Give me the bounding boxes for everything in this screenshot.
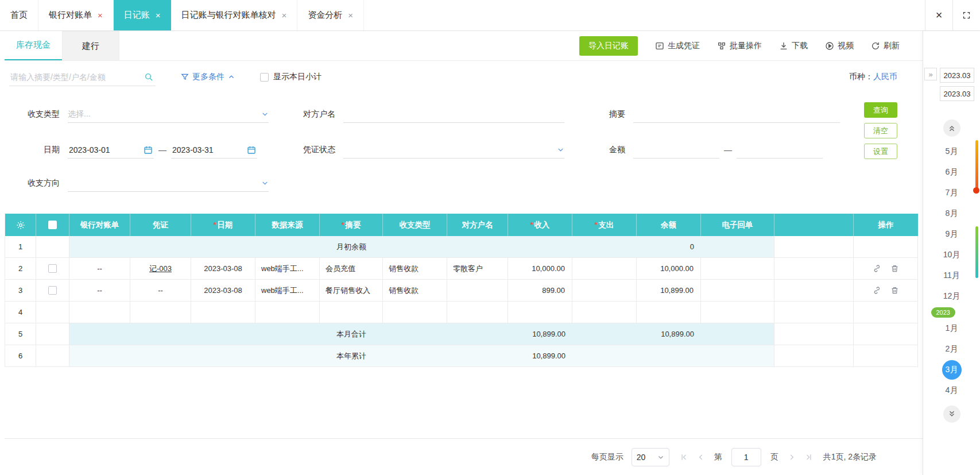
more-conditions-toggle[interactable]: 更多条件	[181, 72, 235, 82]
clear-button[interactable]: 清空	[864, 123, 897, 138]
scroll-months-up-button[interactable]	[943, 119, 960, 137]
col-action: 操作	[854, 214, 918, 236]
table-row: 5 本月合计 10,899.00 10,899.00	[5, 323, 918, 345]
query-button[interactable]: 查询	[864, 102, 897, 118]
close-icon[interactable]: ×	[98, 11, 103, 20]
chevron-down-icon	[657, 454, 664, 461]
scroll-months-down-button[interactable]	[943, 406, 960, 423]
direction-select[interactable]	[68, 175, 269, 192]
row-checkbox[interactable]	[48, 264, 57, 273]
video-button[interactable]: 视频	[825, 41, 854, 51]
first-page-button[interactable]	[680, 453, 688, 461]
date-from-picker[interactable]: 2023-03-01	[68, 141, 154, 159]
refresh-button[interactable]: 刷新	[871, 41, 900, 51]
journal-table: 银行对账单 凭证 *日期 数据来源 *摘要 收支类型 对方户名 *收入 *支出 …	[5, 214, 918, 367]
month-item-jan[interactable]: 1月	[939, 318, 964, 339]
close-icon[interactable]: ×	[156, 11, 161, 20]
month-item-mar-active[interactable]: 3月	[942, 360, 962, 380]
month-total-label: 本月合计	[320, 323, 383, 345]
amount-min-input[interactable]	[633, 141, 719, 159]
chevron-down-icon	[557, 146, 564, 153]
month-item-sep[interactable]: 9月	[939, 224, 964, 245]
tab-journal-bank-check[interactable]: 日记账与银行对账单核对 ×	[171, 0, 298, 30]
gear-icon	[16, 221, 25, 230]
month-item-aug[interactable]: 8月	[939, 203, 964, 224]
month-item-nov[interactable]: 11月	[939, 265, 964, 286]
link-icon[interactable]	[873, 264, 881, 273]
prev-page-button[interactable]	[697, 453, 705, 461]
table-row[interactable]: 3 -- -- 2023-03-08 web端手工... 餐厅销售收入 销售收款…	[5, 280, 918, 302]
close-icon[interactable]: ×	[348, 11, 353, 20]
delete-icon[interactable]	[890, 286, 899, 295]
filter-buttons: 查询 清空 设置	[864, 102, 897, 159]
amount-range-dash: —	[724, 145, 732, 155]
scrollbar-thumb[interactable]	[973, 187, 979, 194]
settings-button[interactable]: 设置	[864, 144, 897, 159]
tab-home[interactable]: 首页	[0, 0, 38, 30]
row-number: 4	[5, 302, 36, 323]
batch-operation-button[interactable]: 批量操作	[717, 41, 762, 51]
col-receipt: 电子回单	[701, 214, 774, 236]
page-number-input[interactable]	[731, 448, 761, 466]
next-page-button[interactable]	[788, 453, 796, 461]
search-box	[9, 68, 156, 86]
tab-label: 银行对账单	[49, 10, 92, 21]
table-settings-cell[interactable]	[5, 214, 36, 236]
tab-bank-statement[interactable]: 银行对账单 ×	[38, 0, 114, 30]
tab-journal[interactable]: 日记账 ×	[114, 0, 171, 30]
import-journal-button[interactable]: 导入日记账	[579, 36, 638, 56]
date-range-dash: —	[158, 145, 166, 155]
search-input[interactable]	[9, 68, 156, 86]
daily-subtotal-checkbox[interactable]	[260, 73, 269, 82]
month-item-dec[interactable]: 12月	[939, 286, 964, 307]
type-select[interactable]: 选择...	[68, 106, 269, 123]
collapse-panel-button[interactable]: »	[924, 68, 937, 80]
summary-input[interactable]	[633, 106, 840, 123]
table-row[interactable]: 2 -- 记-003 2023-03-08 web端手工... 会员充值 销售收…	[5, 258, 918, 280]
maximize-button[interactable]	[952, 0, 980, 30]
select-all-checkbox[interactable]	[48, 221, 57, 229]
counterparty-input[interactable]	[343, 106, 564, 123]
link-icon[interactable]	[873, 286, 881, 295]
voucher-link[interactable]: 记-003	[149, 264, 172, 273]
subtab-cash[interactable]: 库存现金	[5, 31, 62, 60]
tab-fund-analysis[interactable]: 资金分析 ×	[297, 0, 364, 30]
account-subtab-row: 库存现金 建行 导入日记账 生成凭证 批量操作 下载	[5, 31, 923, 61]
delete-icon[interactable]	[890, 264, 899, 273]
last-page-button[interactable]	[805, 453, 813, 461]
col-expense: *支出	[572, 214, 637, 236]
tab-label: 日记账	[124, 10, 150, 21]
download-button[interactable]: 下载	[779, 41, 808, 51]
per-page-select[interactable]: 20	[632, 448, 669, 466]
scrollbar-indicator-orange[interactable]	[975, 140, 978, 190]
scrollbar-indicator-green[interactable]	[975, 226, 978, 278]
table-header-row: 银行对账单 凭证 *日期 数据来源 *摘要 收支类型 对方户名 *收入 *支出 …	[5, 214, 918, 236]
table-row[interactable]: 4	[5, 302, 918, 323]
toolbar: 导入日记账 生成凭证 批量操作 下载 视频	[579, 31, 923, 60]
row-checkbox[interactable]	[48, 286, 57, 295]
amount-max-input[interactable]	[737, 141, 823, 159]
month-item-feb[interactable]: 2月	[939, 339, 964, 360]
month-item-may[interactable]: 5月	[939, 141, 964, 162]
opening-balance-value: 0	[637, 236, 701, 258]
month-item-oct[interactable]: 10月	[939, 245, 964, 265]
col-spacer	[774, 214, 854, 236]
month-item-jun[interactable]: 6月	[939, 162, 964, 183]
close-icon[interactable]: ×	[282, 11, 287, 20]
period-selected[interactable]: 2023.03	[940, 86, 974, 101]
generate-voucher-button[interactable]: 生成凭证	[655, 41, 700, 51]
close-all-button[interactable]: ×	[925, 0, 952, 30]
date-to-picker[interactable]: 2023-03-31	[171, 141, 257, 159]
currency-value[interactable]: 人民币	[873, 72, 897, 81]
col-bank-statement: 银行对账单	[69, 214, 130, 236]
table-row: 1 月初余额 0	[5, 236, 918, 258]
month-item-apr[interactable]: 4月	[939, 380, 964, 401]
month-item-jul[interactable]: 7月	[939, 183, 964, 203]
subtab-ccb-bank[interactable]: 建行	[62, 31, 119, 60]
col-balance: 余额	[637, 214, 701, 236]
voucher-status-select[interactable]	[343, 141, 564, 159]
main-content: 库存现金 建行 导入日记账 生成凭证 批量操作 下载	[0, 31, 923, 475]
search-icon[interactable]	[144, 72, 153, 82]
daily-subtotal-toggle[interactable]: 显示本日小计	[260, 72, 321, 82]
voucher-status-label: 凭证状态	[269, 145, 343, 155]
